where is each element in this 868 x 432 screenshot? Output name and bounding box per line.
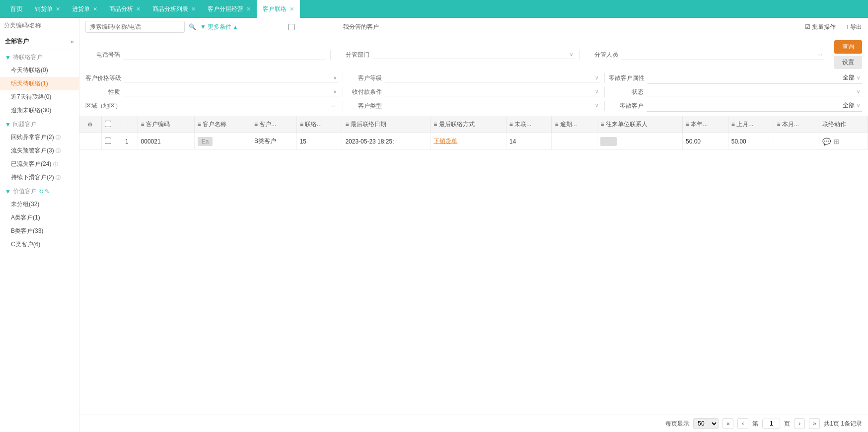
dept-select[interactable]: ∨ [372, 50, 576, 59]
col-last-contact-method[interactable]: ≡ 最后联络方式 [431, 116, 506, 133]
row-overdue [552, 133, 597, 150]
col-contact[interactable]: ≡ 联络... [296, 116, 342, 133]
col-this-year[interactable]: ≡ 本年... [683, 116, 728, 133]
sidebar-item-a-class[interactable]: A类客户(1) [0, 211, 79, 224]
first-page-btn[interactable]: « [723, 418, 733, 429]
area-select[interactable]: ··· [124, 101, 339, 111]
nav-purchase[interactable]: 进货单 ✕ [66, 0, 103, 18]
col-customer-name[interactable]: ≡ 客户名称 [194, 116, 251, 133]
query-button[interactable]: 查询 [834, 40, 862, 54]
col-overdue[interactable]: ≡ 逾期... [552, 116, 597, 133]
batch-ops-btn[interactable]: ☑ 批量操作 [805, 23, 836, 31]
filter-customer-type: 客户类型 ∨ [347, 101, 600, 110]
select-all-checkbox[interactable] [105, 121, 111, 127]
sidebar-group-pending[interactable]: ▼ 待联络客户 [0, 50, 79, 64]
nature-select[interactable]: ∨ [123, 87, 339, 96]
row-check[interactable] [105, 138, 111, 144]
row-last-contact-method[interactable]: 下销货单 [431, 133, 506, 150]
last-page-btn[interactable]: » [809, 418, 820, 429]
col-this-month[interactable]: ≡ 本月... [774, 116, 819, 133]
edit-value-icon[interactable]: ✎ [45, 188, 49, 195]
row-customer-name[interactable]: Ea [194, 133, 251, 150]
sidebar-item-continuous-down[interactable]: 持续下滑客户(2) ⓘ [0, 171, 79, 184]
col-last-contact-date[interactable]: ≡ 最后联络日期 [342, 116, 431, 133]
all-customers-label: 全部客户 [5, 37, 29, 46]
sidebar-group-value[interactable]: ▼ 价值客户 ↻ ✎ [0, 184, 79, 198]
row-not-contact: 14 [506, 133, 552, 150]
col-checkbox[interactable] [101, 116, 122, 133]
row-checkbox[interactable] [101, 133, 122, 150]
filter-panel: 电话号码 分管部门 ∨ 分管人员 ··· [79, 36, 868, 116]
per-page-select[interactable]: 50 100 200 [693, 418, 719, 429]
customer-type-select[interactable]: ∨ [385, 101, 600, 110]
prev-page-btn[interactable]: ‹ [737, 418, 748, 429]
close-purchase-icon[interactable]: ✕ [93, 6, 97, 12]
sidebar-item-repurchase-abnormal[interactable]: 回购异常客户(2) ⓘ [0, 131, 79, 144]
refresh-value-icon[interactable]: ↻ [39, 188, 44, 195]
phone-input[interactable] [123, 50, 326, 60]
row-customer-code: 000021 [138, 133, 194, 150]
sidebar-item-tomorrow[interactable]: 明天待联络(1) [0, 77, 79, 90]
retail-customer-select[interactable]: 全部 ∨ [647, 100, 862, 112]
page-end-label: 页 [784, 420, 790, 428]
filter-price-level: 客户价格等级 ∨ [85, 73, 339, 82]
col-unit-contact[interactable]: ≡ 往来单位联系人 [597, 116, 683, 133]
sidebar-collapse-icon[interactable]: « [71, 38, 74, 45]
col-customer-type[interactable]: ≡ 客户... [251, 116, 296, 133]
nav-customer-contact[interactable]: 客户联络 ✕ [257, 0, 300, 18]
my-customers-check[interactable] [242, 24, 341, 30]
price-level-select[interactable]: ∨ [124, 73, 339, 82]
row-last-contact-date: 2023-05-23 18:25: [342, 133, 431, 150]
sidebar-item-lost[interactable]: 已流失客户(24) ⓘ [0, 157, 79, 171]
sidebar-item-today[interactable]: 今天待联络(0) [0, 64, 79, 77]
sidebar-item-overdue-contact[interactable]: 逾期未联络(30) [0, 104, 79, 117]
filter-phone: 电话号码 [85, 50, 326, 60]
nav-home[interactable]: 首页 [4, 0, 29, 18]
settings-button[interactable]: 设置 [834, 56, 862, 69]
customer-level-select[interactable]: ∨ [385, 73, 600, 82]
my-customers-checkbox[interactable]: 我分管的客户 [242, 23, 379, 31]
sidebar-item-b-class[interactable]: B类客户(33) [0, 224, 79, 238]
sidebar-item-c-class[interactable]: C类客户(6) [0, 238, 79, 251]
contact-icon[interactable]: 💬 [822, 138, 831, 145]
sidebar-item-loss-risk[interactable]: 流失预警客户(3) ⓘ [0, 144, 79, 157]
filter-retail-customer: 零散客户 全部 ∨ [609, 100, 862, 112]
row-unit-contact [597, 133, 683, 150]
col-settings[interactable]: ⚙ [79, 116, 101, 133]
sidebar-search-bar[interactable]: 🔍 [0, 18, 79, 33]
nav-sales[interactable]: 销货单 ✕ [29, 0, 66, 18]
row-this-year: 50.00 [683, 133, 728, 150]
payment-select[interactable]: ∨ [385, 87, 600, 96]
data-table-container: ⚙ ≡ 客户编码 ≡ 客户名称 ≡ 客户... ≡ 联络... ≡ 最后联络日期… [79, 116, 868, 415]
nav-analysis[interactable]: 商品分析 ✕ [103, 0, 146, 18]
next-page-btn[interactable]: › [794, 418, 805, 429]
col-customer-code[interactable]: ≡ 客户编码 [138, 116, 194, 133]
close-analysis-icon[interactable]: ✕ [136, 6, 141, 12]
sidebar-search-input[interactable] [4, 22, 78, 29]
filter-area: 区域（地区） ··· [85, 101, 339, 111]
close-sales-icon[interactable]: ✕ [56, 6, 60, 12]
status-select[interactable]: ∨ [647, 87, 862, 96]
sidebar-group-problem[interactable]: ▼ 问题客户 [0, 117, 79, 131]
total-label: 共1页 1条记录 [824, 420, 862, 428]
sidebar-item-week[interactable]: 近7天待联络(0) [0, 90, 79, 104]
search-icon[interactable]: 🔍 [189, 23, 196, 30]
close-customer-contact-icon[interactable]: ✕ [289, 6, 294, 12]
main-content: 🔍 ▼ 更多条件 ▲ 我分管的客户 ☑ 批量操作 ↑ 导出 [79, 18, 868, 432]
search-input[interactable] [85, 21, 185, 33]
col-not-contact[interactable]: ≡ 未联... [506, 116, 552, 133]
nav-customer-tier[interactable]: 客户分层经营 ✕ [202, 0, 257, 18]
sidebar-all-customers[interactable]: 全部客户 « [0, 33, 79, 50]
sidebar: 🔍 全部客户 « ▼ 待联络客户 今天待联络(0) 明天待联络(1) 近7天待联… [0, 18, 79, 432]
manager-select[interactable]: ··· [621, 50, 824, 60]
more-conditions-btn[interactable]: ▼ 更多条件 ▲ [200, 23, 238, 31]
close-analysis-table-icon[interactable]: ✕ [191, 6, 196, 12]
col-last-month[interactable]: ≡ 上月... [728, 116, 774, 133]
retail-attr-select[interactable]: 全部 ∨ [648, 72, 862, 84]
page-number-input[interactable] [762, 419, 780, 429]
more-action-icon[interactable]: ⊞ [834, 138, 840, 145]
sidebar-item-ungrouped[interactable]: 未分组(32) [0, 198, 79, 211]
export-btn[interactable]: ↑ 导出 [846, 23, 862, 31]
nav-analysis-table[interactable]: 商品分析列表 ✕ [146, 0, 202, 18]
close-customer-tier-icon[interactable]: ✕ [246, 6, 251, 12]
